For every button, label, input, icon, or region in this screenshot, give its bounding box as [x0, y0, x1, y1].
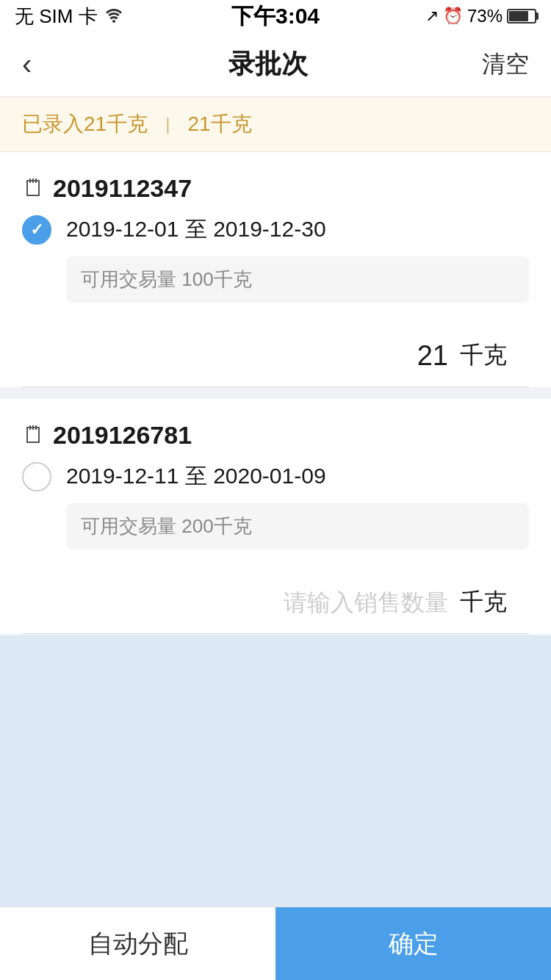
batch2-header: 🗒 2019126781	[22, 421, 529, 450]
back-button[interactable]: ‹	[22, 48, 66, 81]
page-title: 录批次	[228, 46, 308, 82]
batch2-icon: 🗒	[22, 422, 46, 449]
batch2-date-row: 2019-12-11 至 2020-01-09	[22, 461, 529, 491]
batch1-radio[interactable]: ✓	[22, 215, 51, 245]
batch1-date-row: ✓ 2019-12-01 至 2019-12-30	[22, 215, 529, 245]
batch2-radio[interactable]	[22, 462, 51, 491]
battery-pct-label: 73%	[467, 6, 503, 26]
batch1-id: 2019112347	[53, 174, 192, 203]
total-label: 21千克	[187, 110, 251, 138]
batch2-input-row[interactable]: 千克	[22, 572, 529, 634]
batch2-available: 可用交易量 200千克	[66, 503, 529, 550]
nav-bar: ‹ 录批次 清空	[0, 32, 551, 97]
status-left: 无 SIM 卡	[15, 4, 124, 29]
svg-point-0	[112, 20, 115, 23]
clear-button[interactable]: 清空	[470, 48, 529, 81]
batch1-qty-unit: 千克	[460, 339, 507, 372]
recorded-label: 已录入21千克	[22, 110, 148, 138]
confirm-button[interactable]: 确定	[276, 907, 551, 980]
batch2-date: 2019-12-11 至 2020-01-09	[66, 461, 326, 491]
summary-divider: |	[165, 114, 170, 134]
batch1-card: 🗒 2019112347 ✓ 2019-12-01 至 2019-12-30 可…	[0, 152, 551, 387]
time-display: 下午3:04	[231, 1, 320, 32]
status-right: ↗ ⏰ 73%	[425, 6, 536, 26]
status-bar: 无 SIM 卡 下午3:04 ↗ ⏰ 73%	[0, 0, 551, 32]
batch1-checkmark: ✓	[30, 220, 43, 239]
batch1-input-row: 21 千克	[22, 325, 529, 387]
summary-banner: 已录入21千克 | 21千克	[0, 97, 551, 152]
batch2-qty-input[interactable]	[154, 589, 448, 616]
batch1-qty-value: 21	[417, 340, 448, 372]
location-icon: ↗	[425, 7, 439, 26]
battery-icon	[507, 9, 536, 24]
batch1-icon: 🗒	[22, 175, 46, 202]
bottom-empty-area	[0, 635, 551, 929]
sim-label: 无 SIM 卡	[15, 4, 98, 29]
batch1-available: 可用交易量 100千克	[66, 256, 529, 303]
batch1-date: 2019-12-01 至 2019-12-30	[66, 215, 326, 245]
batch1-header: 🗒 2019112347	[22, 174, 529, 203]
auto-distribute-button[interactable]: 自动分配	[0, 907, 276, 980]
footer: 自动分配 确定	[0, 907, 551, 980]
alarm-icon: ⏰	[443, 7, 463, 26]
batch2-card: 🗒 2019126781 2019-12-11 至 2020-01-09 可用交…	[0, 399, 551, 634]
wifi-icon	[104, 5, 124, 28]
batch2-id: 2019126781	[53, 421, 192, 450]
batch2-qty-unit: 千克	[460, 586, 507, 619]
